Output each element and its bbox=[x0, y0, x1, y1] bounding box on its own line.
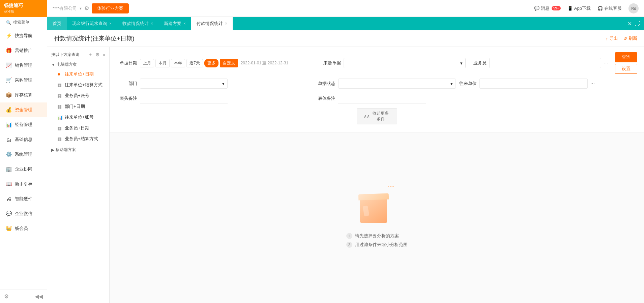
dept-label: 部门 bbox=[116, 81, 140, 87]
sidebar-logo: 畅捷通巧 标准版 bbox=[0, 0, 47, 17]
scheme-item-staff-settle[interactable]: ▦ 业务员+结算方式 bbox=[47, 133, 109, 144]
tab-close-all-icon[interactable]: ✕ bbox=[627, 21, 632, 27]
scheme-item-staff-date[interactable]: ▦ 业务员+日期 bbox=[47, 123, 109, 133]
query-button[interactable]: 查询 bbox=[615, 52, 637, 62]
partner-more-icon[interactable]: ··· bbox=[588, 81, 597, 87]
sidebar-item-sales[interactable]: 📈 销售管理 bbox=[0, 58, 47, 73]
content-area: 按以下方案查询 ＋ ⚙ « ▼ 电脑端方案 ● 往来单位+日期 ▦ 往来单位+ bbox=[47, 47, 644, 303]
tab-receipts[interactable]: 收款情况统计 × bbox=[117, 17, 158, 30]
date-btn-this-year[interactable]: 本年 bbox=[171, 59, 185, 67]
sidebar-item-guide[interactable]: 📖 新手引导 bbox=[0, 177, 47, 191]
scheme-item-dept-date[interactable]: ▦ 部门+日期 bbox=[47, 101, 109, 112]
tab-fullscreen-icon[interactable]: ⛶ bbox=[635, 21, 640, 27]
scheme-label: 业务员+账号 bbox=[65, 93, 89, 99]
header-note-input[interactable] bbox=[140, 93, 228, 103]
date-btn-last-7days[interactable]: 近7天 bbox=[186, 59, 203, 67]
empty-step-2: 2 用过滤条件来缩小分析范围 bbox=[346, 242, 408, 248]
trial-button[interactable]: 体验行业方案 bbox=[92, 3, 129, 13]
sidebar-item-enterprise[interactable]: 🏢 企业协同 bbox=[0, 162, 47, 177]
source-select[interactable]: ▾ bbox=[344, 58, 465, 68]
topbar-settings-icon[interactable]: ⚙ bbox=[84, 5, 89, 11]
scheme-label: 业务员+日期 bbox=[65, 125, 89, 131]
partner-select[interactable] bbox=[479, 79, 587, 89]
dropdown-arrow-icon[interactable]: ▾ bbox=[80, 6, 82, 11]
export-button[interactable]: ↑ 导出 bbox=[606, 35, 618, 41]
company-name: ****有限公司 bbox=[53, 5, 77, 11]
dept-dropdown-icon: ▾ bbox=[222, 81, 225, 86]
avatar[interactable]: Rit bbox=[628, 3, 639, 13]
settings-button[interactable]: 设置 bbox=[615, 64, 637, 74]
scheme-icon-4: 📊 bbox=[57, 115, 63, 120]
hardware-icon: 🖨 bbox=[5, 195, 12, 202]
app-download-button[interactable]: 📱 App下载 bbox=[567, 5, 591, 11]
filter-source-col: 来源单据 ▾ bbox=[320, 58, 465, 68]
collapse-sidebar-icon[interactable]: ◀◀ bbox=[35, 293, 43, 300]
settings-bottom-icon[interactable]: ⚙ bbox=[4, 293, 9, 300]
date-btn-more[interactable]: 更多 bbox=[204, 59, 218, 67]
sidebar-item-quick-nav[interactable]: ⚡ 快捷导航 bbox=[0, 28, 47, 43]
tab-payments[interactable]: 付款情况统计 × bbox=[191, 17, 233, 30]
mobile-arrow-icon: ▶ bbox=[51, 148, 54, 152]
collapse-button[interactable]: ∧∧ 收起更多条件 bbox=[357, 108, 397, 124]
tabbar-controls: ✕ ⛶ bbox=[627, 21, 644, 27]
sidebar-item-hardware[interactable]: 🖨 智能硬件 bbox=[0, 191, 47, 206]
staff-more-icon[interactable]: ··· bbox=[601, 60, 611, 66]
add-scheme-icon[interactable]: ＋ bbox=[88, 52, 93, 58]
topbar-left: ****有限公司 ▾ ⚙ 体验行业方案 bbox=[53, 3, 129, 13]
date-btn-custom[interactable]: 自定义 bbox=[220, 59, 238, 67]
sidebar-item-basic[interactable]: 🗂 基础信息 bbox=[0, 132, 47, 147]
scheme-active-icon: ● bbox=[57, 71, 63, 77]
filter-row-3: 表头备注 表体备注 bbox=[116, 93, 637, 103]
scheme-item-staff-account[interactable]: ▦ 业务员+账号 bbox=[47, 90, 109, 101]
sidebar-item-label: 营销推广 bbox=[15, 48, 32, 54]
tab-bank-close-icon[interactable]: × bbox=[109, 21, 112, 26]
sidebar-item-label: 新手引导 bbox=[15, 181, 32, 187]
inventory-icon: 📦 bbox=[5, 92, 12, 98]
sidebar-search[interactable]: 🔍 搜索菜单 bbox=[0, 17, 47, 28]
sidebar-item-label: 销售管理 bbox=[15, 62, 32, 68]
tab-home[interactable]: 首页 bbox=[47, 17, 67, 30]
search-label: 搜索菜单 bbox=[13, 20, 29, 25]
scheme-label: 往来单位+结算方式 bbox=[65, 82, 103, 88]
scheme-settings-icon[interactable]: ⚙ bbox=[95, 52, 100, 57]
sidebar-item-marketing[interactable]: 🎁 营销推广 bbox=[0, 43, 47, 58]
collapse-panel-icon[interactable]: « bbox=[103, 52, 105, 57]
header-note-label: 表头备注 bbox=[116, 95, 140, 101]
staff-select[interactable] bbox=[489, 58, 601, 68]
sidebar-item-member[interactable]: 👑 畅会员 bbox=[0, 221, 47, 236]
dept-select[interactable]: ▾ bbox=[140, 79, 228, 89]
service-icon: 🎧 bbox=[597, 6, 603, 11]
refresh-button[interactable]: ↺ 刷新 bbox=[623, 35, 637, 41]
left-panel: 按以下方案查询 ＋ ⚙ « ▼ 电脑端方案 ● 往来单位+日期 ▦ 往来单位+ bbox=[47, 47, 110, 303]
mobile-group-title[interactable]: ▶ 移动端方案 bbox=[47, 146, 109, 154]
scheme-item-partner-date[interactable]: ● 往来单位+日期 bbox=[47, 69, 109, 80]
tab-bank[interactable]: 现金银行流水查询 × bbox=[67, 17, 117, 30]
app-icon: 📱 bbox=[567, 6, 573, 11]
filter-body-note-col: 表体备注 bbox=[315, 93, 456, 103]
sidebar-nav: ⚡ 快捷导航 🎁 营销推广 📈 销售管理 🛒 采购管理 📦 库存核算 💰 资金管… bbox=[0, 28, 47, 290]
date-btn-this-month[interactable]: 本月 bbox=[155, 59, 170, 67]
sidebar-item-inventory[interactable]: 📦 库存核算 bbox=[0, 88, 47, 102]
date-btn-last-month[interactable]: 上月 bbox=[140, 59, 154, 67]
voucher-select[interactable]: ▾ bbox=[338, 79, 456, 89]
scheme-item-partner-settle[interactable]: ▦ 往来单位+结算方式 bbox=[47, 80, 109, 90]
sidebar-item-system[interactable]: ⚙️ 系统管理 bbox=[0, 147, 47, 162]
collapse-icon: ∧∧ bbox=[364, 114, 370, 119]
messages-button[interactable]: 💬 消息 99+ bbox=[534, 5, 561, 11]
scheme-item-partner-account[interactable]: 📊 往来单位+账号 bbox=[47, 112, 109, 123]
collapse-row: ∧∧ 收起更多条件 bbox=[116, 108, 637, 132]
source-label: 来源单据 bbox=[320, 60, 344, 66]
tab-new-scheme-close-icon[interactable]: × bbox=[183, 21, 186, 26]
sidebar-item-weixin[interactable]: 💬 企业微信 bbox=[0, 206, 47, 221]
sidebar-item-label: 经营管理 bbox=[15, 122, 32, 128]
tab-payments-close-icon[interactable]: × bbox=[225, 21, 227, 26]
body-note-input[interactable] bbox=[338, 93, 426, 103]
tab-receipts-close-icon[interactable]: × bbox=[151, 21, 153, 26]
empty-state: 1 请先选择要分析的方案 2 用过滤条件来缩小分析范围 bbox=[110, 133, 644, 303]
online-service-button[interactable]: 🎧 在线客服 bbox=[597, 5, 622, 11]
tab-new-scheme[interactable]: 新建方案 × bbox=[158, 17, 191, 30]
sidebar-item-finance[interactable]: 💰 资金管理 bbox=[0, 102, 47, 117]
sidebar-item-operation[interactable]: 📊 经营管理 bbox=[0, 117, 47, 132]
sidebar-item-label: 基础信息 bbox=[15, 137, 32, 143]
sidebar-item-purchase[interactable]: 🛒 采购管理 bbox=[0, 73, 47, 88]
